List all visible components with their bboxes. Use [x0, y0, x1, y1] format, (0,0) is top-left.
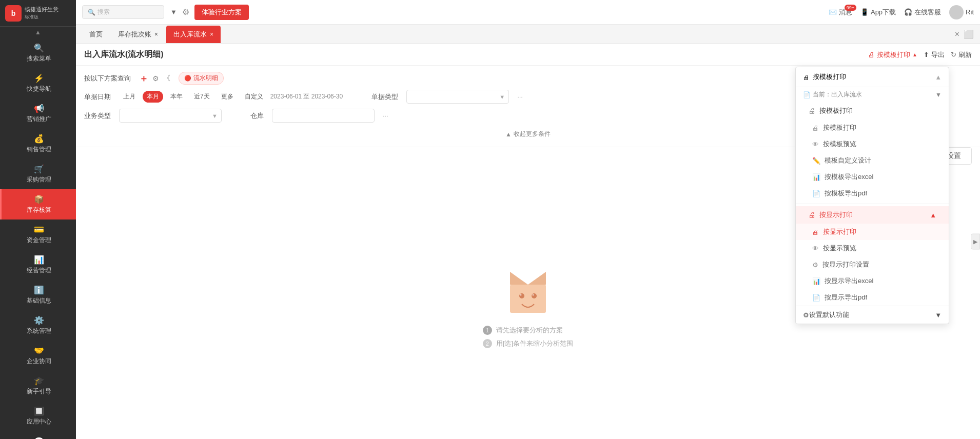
sidebar-item-label: 资金管理 [27, 236, 51, 245]
date-custom[interactable]: 自定义 [241, 91, 267, 103]
sidebar-scroll-up[interactable]: ▲ [0, 27, 76, 38]
sidebar-item-label: 营销推广 [27, 115, 51, 124]
voucher-more-btn[interactable]: ··· [517, 93, 523, 101]
filter-tag[interactable]: 🔴 流水明细 [179, 72, 224, 85]
dropdown-item-template-print[interactable]: 🖨 按模板打印 [796, 119, 949, 136]
sidebar-item-cooperation[interactable]: 🤝 企业协同 [0, 341, 76, 371]
dropdown-close-chevron[interactable]: ▲ [935, 73, 942, 81]
sidebar-item-app-center[interactable]: 🔲 应用中心 [0, 401, 76, 431]
tab-batch-account-close[interactable]: × [154, 31, 158, 38]
display-pdf-icon: 📄 [812, 294, 820, 302]
dropdown-item-template-customize[interactable]: ✏️ 模板自定义设计 [796, 152, 949, 169]
sidebar-logo: b 畅捷通好生意 标准版 [0, 0, 76, 27]
sidebar-item-inventory[interactable]: 📦 库存核算 [0, 189, 76, 220]
filter-add-btn[interactable]: ＋ [139, 72, 148, 85]
voucher-type-select[interactable] [406, 90, 509, 104]
system-icon: ⚙️ [34, 315, 44, 325]
sidebar-item-purchase[interactable]: 🛒 采购管理 [0, 159, 76, 189]
svg-point-5 [520, 294, 522, 295]
sidebar-item-guide[interactable]: 🎓 新手引导 [0, 371, 76, 401]
date-filter-label: 单据日期 [84, 92, 111, 102]
empty-step-2: 2 用[选]条件来缩小分析范围 [483, 337, 573, 350]
tab-home-label: 首页 [89, 30, 103, 39]
tab-inout-flow[interactable]: 出入库流水 × [166, 26, 221, 43]
header-dropdown-chevron[interactable]: ▼ [170, 8, 177, 16]
tab-batch-account[interactable]: 库存批次账 × [111, 26, 165, 43]
sidebar: b 畅捷通好生意 标准版 ▲ 🔍 搜索菜单 ⚡ 快捷导航 📢 营销推广 💰 销售… [0, 0, 76, 439]
tab-home[interactable]: 首页 [82, 26, 110, 43]
purchase-icon: 🛒 [34, 164, 44, 174]
marketing-icon: 📢 [34, 104, 44, 113]
dropdown-item-display-excel[interactable]: 📊 按显示导出excel [796, 273, 949, 289]
tab-inout-flow-close[interactable]: × [210, 31, 213, 38]
display-print-icon: 🖨 [812, 228, 819, 236]
date-more[interactable]: 更多 [217, 91, 238, 103]
sidebar-item-label: 企业协同 [27, 357, 51, 366]
dropdown-item-display-preview[interactable]: 👁 按显示预览 [796, 240, 949, 256]
warehouse-more-btn[interactable]: ··· [383, 112, 388, 119]
step-num-1: 1 [483, 326, 492, 335]
collapse-more-btn[interactable]: ▲ 收起更多条件 [505, 130, 551, 138]
header: 🔍 搜索 ▼ ⚙ 体验行业方案 ✉️ 消息 99+ 📱 App下载 🎧 在线客服… [76, 0, 980, 25]
dropdown-item-display-print[interactable]: 🖨 按显示打印 [796, 224, 949, 240]
header-gear-icon[interactable]: ⚙ [182, 7, 189, 17]
svg-marker-1 [528, 272, 546, 285]
sidebar-item-label: 系统管理 [27, 327, 51, 335]
template-print-btn[interactable]: 🖨 按模板打印 ▲ [868, 50, 917, 59]
sidebar-item-search[interactable]: 🔍 搜索菜单 [0, 38, 76, 68]
warehouse-input[interactable] [272, 109, 375, 123]
trial-button[interactable]: 体验行业方案 [194, 5, 249, 20]
inventory-icon: 📦 [34, 194, 44, 204]
sidebar-item-wechat[interactable]: 💬 企业微信 [0, 431, 76, 439]
tabs-close-btn[interactable]: × [955, 30, 959, 39]
tabs-right: × ⬜ [955, 29, 974, 39]
sidebar-item-system[interactable]: ⚙️ 系统管理 [0, 310, 76, 341]
filter-gear-btn[interactable]: ⚙ [152, 74, 159, 83]
sub-customize-icon: ✏️ [812, 157, 820, 165]
template-print-icon: 🖨 [808, 107, 815, 115]
svg-point-3 [519, 293, 524, 298]
date-last-7-days[interactable]: 近7天 [190, 91, 214, 103]
cooperation-icon: 🤝 [34, 346, 44, 355]
sub-excel-icon: 📊 [812, 173, 820, 181]
business-type-select[interactable] [119, 109, 222, 123]
refresh-btn[interactable]: ↻ 刷新 [951, 50, 972, 59]
display-print-section-header[interactable]: 🖨 按显示打印 ▲ [796, 206, 949, 224]
svg-point-4 [532, 293, 537, 298]
header-search[interactable]: 🔍 搜索 [82, 5, 164, 19]
message-btn[interactable]: ✉️ 消息 99+ [829, 8, 852, 17]
date-current-month[interactable]: 本月 [143, 91, 163, 103]
date-filter: 上月 本月 本年 近7天 更多 自定义 2023-06-01 至 2023-06… [119, 91, 343, 103]
customer-service-btn[interactable]: 🎧 在线客服 [904, 8, 941, 17]
app-download-btn[interactable]: 📱 App下载 [860, 8, 896, 17]
tabs-bar: 首页 库存批次账 × 出入库流水 × × ⬜ [76, 25, 980, 44]
filter-collapse-btn[interactable]: 《 [163, 74, 170, 83]
dropdown-footer[interactable]: ⚙ 设置默认功能 ▼ [796, 306, 949, 324]
sidebar-item-sales[interactable]: 💰 销售管理 [0, 129, 76, 159]
date-prev-month[interactable]: 上月 [119, 91, 140, 103]
sidebar-item-operations[interactable]: 📊 经营管理 [0, 250, 76, 280]
dropdown-item-template-preview[interactable]: 👁 按模板预览 [796, 136, 949, 152]
dropdown-item-template-pdf[interactable]: 📄 按模板导出pdf [796, 185, 949, 202]
sidebar-item-quick-nav[interactable]: ⚡ 快捷导航 [0, 68, 76, 98]
finance-icon: 💳 [34, 225, 44, 234]
guide-icon: 🎓 [34, 376, 44, 386]
sidebar-item-marketing[interactable]: 📢 营销推广 [0, 98, 76, 129]
page-header: 出入库流水(流水明细) 🖨 按模板打印 ▲ ⬆ 导出 ↻ 刷新 [76, 44, 980, 66]
sidebar-item-finance[interactable]: 💳 资金管理 [0, 220, 76, 250]
dropdown-item-display-pdf[interactable]: 📄 按显示导出pdf [796, 289, 949, 306]
tabs-maximize-btn[interactable]: ⬜ [964, 29, 974, 39]
warehouse-label: 仓库 [250, 111, 264, 121]
dropdown-item-template-excel[interactable]: 📊 按模板导出excel [796, 169, 949, 185]
export-btn[interactable]: ⬆ 导出 [924, 50, 945, 59]
refresh-icon: ↻ [951, 51, 956, 58]
svg-marker-2 [510, 272, 528, 285]
right-expand-btn[interactable]: ▶ [971, 234, 980, 250]
template-print-section-header[interactable]: 🖨 按模板打印 [796, 102, 949, 119]
sidebar-item-basic-info[interactable]: ℹ️ 基础信息 [0, 280, 76, 310]
date-current-year[interactable]: 本年 [166, 91, 187, 103]
user-avatar[interactable]: Rit [949, 5, 974, 19]
dropdown-item-display-settings[interactable]: ⚙ 按显示打印设置 [796, 256, 949, 273]
filter-tag-icon: 🔴 [184, 75, 191, 82]
print-chevron-icon: ▲ [912, 52, 917, 57]
